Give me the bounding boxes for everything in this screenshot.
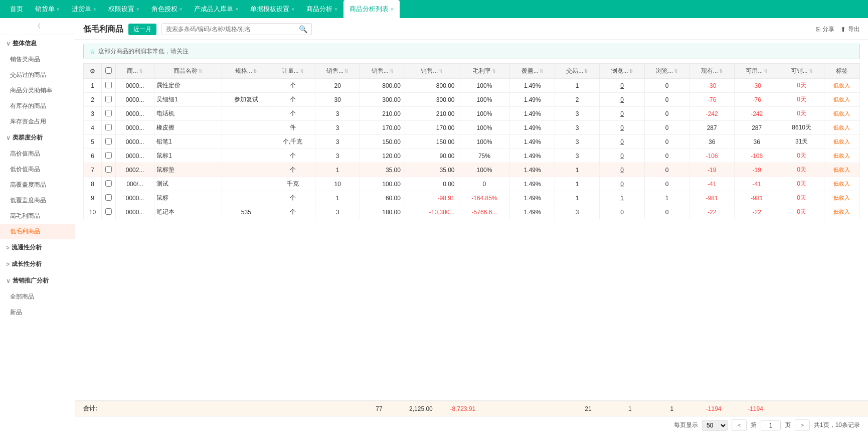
cell-check[interactable] bbox=[102, 191, 116, 205]
nav-sales-order[interactable]: 销货单 × bbox=[29, 0, 66, 18]
sidebar-group-overall[interactable]: ∨ 整体信息 bbox=[0, 35, 75, 52]
nav-permission-close[interactable]: × bbox=[136, 7, 139, 12]
row-checkbox[interactable] bbox=[105, 194, 112, 201]
nav-product-analysis[interactable]: 商品分析 × bbox=[300, 0, 343, 18]
nav-product-analysis-list[interactable]: 商品分析列表 × bbox=[343, 0, 400, 18]
table-wrapper[interactable]: ⚙ 商...⇅ 商品名称⇅ 规格...⇅ 计量...⇅ 销售...⇅ 销售...… bbox=[75, 63, 868, 400]
sidebar-group-growth[interactable]: > 成长性分析 bbox=[0, 256, 75, 272]
cell-sales-amount: 210.00 bbox=[405, 107, 459, 121]
cell-check[interactable] bbox=[102, 135, 116, 149]
sidebar-item-high-value[interactable]: 高价值商品 bbox=[0, 146, 75, 162]
row-checkbox[interactable] bbox=[105, 124, 112, 130]
cell-current: -242 bbox=[689, 107, 735, 121]
cell-browse1[interactable]: 0 bbox=[600, 107, 645, 121]
export-button[interactable]: ⬆ 导出 bbox=[840, 25, 860, 34]
sidebar-item-low-value[interactable]: 低价值商品 bbox=[0, 162, 75, 177]
cell-sales-price: 180.00 bbox=[360, 205, 405, 219]
nav-template-settings[interactable]: 单据模板设置 × bbox=[244, 0, 300, 18]
cell-browse1[interactable]: 0 bbox=[600, 93, 645, 107]
search-box[interactable]: 🔍 bbox=[161, 23, 312, 35]
total-browse2: 1 bbox=[651, 405, 692, 412]
total-sales-qty: 77 bbox=[358, 405, 400, 412]
nav-product-instock-close[interactable]: × bbox=[235, 7, 238, 12]
nav-template-close[interactable]: × bbox=[291, 7, 294, 12]
nav-permission[interactable]: 权限设置 × bbox=[102, 0, 145, 18]
nav-role-auth[interactable]: 角色授权 × bbox=[145, 0, 189, 18]
total-name bbox=[233, 405, 274, 412]
sidebar-item-low-margin[interactable]: 低毛利商品 bbox=[0, 224, 75, 239]
cell-check[interactable] bbox=[102, 121, 116, 135]
select-all-checkbox[interactable] bbox=[105, 67, 112, 74]
page-number-input[interactable] bbox=[761, 420, 781, 430]
sidebar-item-high-margin[interactable]: 高毛利商品 bbox=[0, 208, 75, 224]
sidebar-item-category-rate[interactable]: 商品分类助销率 bbox=[0, 83, 75, 98]
row-checkbox[interactable] bbox=[105, 166, 112, 173]
th-settings[interactable]: ⚙ bbox=[84, 64, 102, 79]
row-checkbox[interactable] bbox=[105, 208, 112, 215]
page-size-select[interactable]: 50 20 100 bbox=[702, 420, 728, 431]
cell-spec bbox=[222, 121, 270, 135]
row-checkbox[interactable] bbox=[105, 96, 112, 102]
th-checkbox[interactable] bbox=[102, 64, 116, 79]
nav-purchase-order[interactable]: 进货单 × bbox=[66, 0, 102, 18]
row-checkbox[interactable] bbox=[105, 138, 112, 144]
cell-check[interactable] bbox=[102, 93, 116, 107]
row-checkbox[interactable] bbox=[105, 180, 112, 187]
sidebar-item-stock-capital[interactable]: 库存资金占用 bbox=[0, 114, 75, 129]
sidebar-item-low-coverage[interactable]: 低覆盖度商品 bbox=[0, 193, 75, 208]
cell-name: 笔记本 bbox=[154, 205, 222, 219]
cell-sellable: 0天 bbox=[779, 93, 824, 107]
search-icon[interactable]: 🔍 bbox=[299, 25, 307, 33]
share-button[interactable]: ⎘ 分享 bbox=[816, 25, 834, 34]
row-checkbox[interactable] bbox=[105, 152, 112, 159]
cell-browse1[interactable]: 0 bbox=[600, 149, 645, 163]
cell-browse1[interactable]: 0 bbox=[600, 177, 645, 191]
cell-browse1[interactable]: 0 bbox=[600, 135, 645, 149]
sidebar-item-high-coverage[interactable]: 高覆盖度商品 bbox=[0, 177, 75, 193]
nav-product-analysis-close[interactable]: × bbox=[334, 7, 337, 12]
cell-gross-rate: 75% bbox=[459, 149, 510, 163]
sidebar-group-marketing[interactable]: ∨ 营销推广分析 bbox=[0, 272, 75, 289]
sidebar-item-traded-goods[interactable]: 交易过的商品 bbox=[0, 67, 75, 83]
cell-browse1[interactable]: 0 bbox=[600, 121, 645, 135]
cell-coverage: 1.49% bbox=[510, 191, 555, 205]
cell-browse2: 0 bbox=[644, 79, 689, 93]
sidebar-item-new-goods[interactable]: 新品 bbox=[0, 305, 75, 320]
cell-browse1[interactable]: 0 bbox=[600, 163, 645, 177]
sidebar-item-in-stock-goods[interactable]: 有库存的商品 bbox=[0, 98, 75, 114]
row-checkbox[interactable] bbox=[105, 82, 112, 88]
sidebar-item-sales-goods[interactable]: 销售类商品 bbox=[0, 52, 75, 67]
prev-page-button[interactable]: ＜ bbox=[732, 419, 747, 431]
sidebar-group-cluster[interactable]: ∨ 类群度分析 bbox=[0, 129, 75, 146]
search-input[interactable] bbox=[166, 26, 299, 33]
cell-available: 287 bbox=[734, 121, 779, 135]
nav-product-instock[interactable]: 产成品入库单 × bbox=[188, 0, 244, 18]
th-browse1: 浏览...⇅ bbox=[600, 64, 645, 79]
cell-code: 0000... bbox=[116, 79, 154, 93]
sidebar-group-liquidity[interactable]: > 流通性分析 bbox=[0, 239, 75, 256]
cell-check[interactable] bbox=[102, 149, 116, 163]
cell-no: 6 bbox=[84, 149, 102, 163]
nav-purchase-order-close[interactable]: × bbox=[93, 7, 96, 12]
cell-trade: 3 bbox=[555, 107, 600, 121]
next-page-button[interactable]: ＞ bbox=[795, 419, 810, 431]
cell-browse1[interactable]: 0 bbox=[600, 205, 645, 219]
cell-check[interactable] bbox=[102, 177, 116, 191]
row-checkbox[interactable] bbox=[105, 110, 112, 116]
nav-sales-order-close[interactable]: × bbox=[57, 7, 60, 12]
sidebar-collapse-btn[interactable]: 《 bbox=[0, 18, 75, 35]
cell-browse1[interactable]: 0 bbox=[600, 79, 645, 93]
sidebar-item-all-goods[interactable]: 全部商品 bbox=[0, 289, 75, 305]
cell-check[interactable] bbox=[102, 79, 116, 93]
page-header: 低毛利商品 近一月 🔍 ⎘ 分享 ⬆ 导出 bbox=[75, 18, 868, 40]
nav-role-auth-close[interactable]: × bbox=[180, 7, 183, 12]
nav-product-analysis-list-close[interactable]: × bbox=[391, 7, 394, 12]
cell-browse1[interactable]: 1 bbox=[600, 191, 645, 205]
filter-period-button[interactable]: 近一月 bbox=[128, 24, 156, 35]
cell-check[interactable] bbox=[102, 163, 116, 177]
nav-home[interactable]: 首页 bbox=[4, 0, 29, 18]
cell-check[interactable] bbox=[102, 107, 116, 121]
cell-sales-amount: 35.00 bbox=[405, 163, 459, 177]
cell-check[interactable] bbox=[102, 205, 116, 219]
cell-browse2: 1 bbox=[644, 191, 689, 205]
